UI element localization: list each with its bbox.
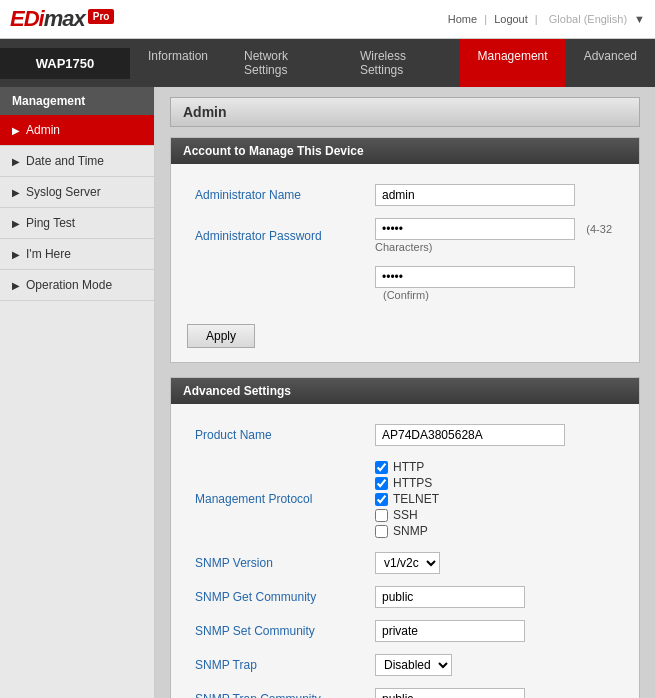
account-form-table: Administrator Name Administrator Passwor… [187,178,623,308]
mgmt-protocol-cell: HTTP HTTPS TELNET [367,452,623,546]
admin-confirm-input[interactable] [375,266,575,288]
advanced-card-header: Advanced Settings [171,378,639,404]
snmp-trap-row: SNMP Trap Disabled Enabled [187,648,623,682]
snmp-trap-select[interactable]: Disabled Enabled [375,654,452,676]
arrow-icon: ▶ [12,125,20,136]
account-apply-button[interactable]: Apply [187,324,255,348]
https-checkbox-row: HTTPS [375,476,615,490]
sidebar-item-ping[interactable]: ▶ Ping Test [0,208,154,239]
tab-advanced[interactable]: Advanced [566,39,655,87]
nav-bar: WAP1750 Information Network Settings Wir… [0,39,655,87]
snmp-checkbox-row: SNMP [375,524,615,538]
snmp-trap-community-row: SNMP Trap Community [187,682,623,698]
snmp-trap-community-label: SNMP Trap Community [187,682,367,698]
sidebar-label-operation-mode: Operation Mode [26,278,112,292]
sidebar-item-im-here[interactable]: ▶ I'm Here [0,239,154,270]
logout-link[interactable]: Logout [494,13,528,25]
http-label: HTTP [393,460,424,474]
sidebar-item-operation-mode[interactable]: ▶ Operation Mode [0,270,154,301]
logo-edi: EDi [10,6,44,32]
sidebar: Management ▶ Admin ▶ Date and Time ▶ Sys… [0,87,155,698]
mgmt-protocol-row: Management Protocol HTTP HTTPS [187,452,623,546]
content-area: Admin Account to Manage This Device Admi… [155,87,655,698]
sidebar-item-admin[interactable]: ▶ Admin [0,115,154,146]
tab-information[interactable]: Information [130,39,226,87]
arrow-icon: ▶ [12,218,20,229]
https-label: HTTPS [393,476,432,490]
page-title: Admin [170,97,640,127]
arrow-icon: ▶ [12,187,20,198]
sidebar-item-date-time[interactable]: ▶ Date and Time [0,146,154,177]
logo-max: max [44,6,85,32]
telnet-checkbox[interactable] [375,493,388,506]
brand-label: WAP1750 [0,48,130,79]
snmp-label: SNMP [393,524,428,538]
admin-password-input[interactable] [375,218,575,240]
main-layout: Management ▶ Admin ▶ Date and Time ▶ Sys… [0,87,655,698]
snmp-get-label: SNMP Get Community [187,580,367,614]
sidebar-label-ping: Ping Test [26,216,75,230]
advanced-card-body: Product Name Management Protocol HTTP [171,404,639,698]
arrow-icon: ▶ [12,249,20,260]
telnet-label: TELNET [393,492,439,506]
home-link[interactable]: Home [448,13,477,25]
ssh-checkbox-row: SSH [375,508,615,522]
snmp-get-cell [367,580,623,614]
admin-password-row: Administrator Password (4-32 Characters) [187,212,623,260]
admin-confirm-cell: (Confirm) [367,260,623,308]
admin-name-input[interactable] [375,184,575,206]
https-checkbox[interactable] [375,477,388,490]
account-card-body: Administrator Name Administrator Passwor… [171,164,639,362]
snmp-checkbox[interactable] [375,525,388,538]
arrow-icon: ▶ [12,280,20,291]
http-checkbox[interactable] [375,461,388,474]
snmp-set-row: SNMP Set Community [187,614,623,648]
admin-name-row: Administrator Name [187,178,623,212]
snmp-trap-community-input[interactable] [375,688,525,698]
admin-password-cell: (4-32 Characters) [367,212,623,260]
sidebar-label-admin: Admin [26,123,60,137]
nav-tabs: Information Network Settings Wireless Se… [130,39,655,87]
admin-name-cell [367,178,623,212]
sep2: | [535,13,538,25]
snmp-version-row: SNMP Version v1/v2c v3 [187,546,623,580]
language-selector[interactable]: Global (English) ▼ [545,13,645,25]
product-name-label: Product Name [187,418,367,452]
sidebar-item-syslog[interactable]: ▶ Syslog Server [0,177,154,208]
top-links: Home | Logout | Global (English) ▼ [448,13,645,25]
snmp-set-label: SNMP Set Community [187,614,367,648]
tab-network-settings[interactable]: Network Settings [226,39,342,87]
snmp-get-row: SNMP Get Community [187,580,623,614]
tab-management[interactable]: Management [460,39,566,87]
top-bar: EDimax Pro Home | Logout | Global (Engli… [0,0,655,39]
admin-password-label: Administrator Password [187,212,367,260]
snmp-version-select[interactable]: v1/v2c v3 [375,552,440,574]
tab-wireless-settings[interactable]: Wireless Settings [342,39,460,87]
ssh-checkbox[interactable] [375,509,388,522]
product-name-row: Product Name [187,418,623,452]
advanced-card: Advanced Settings Product Name Managemen… [170,377,640,698]
admin-confirm-empty [187,260,367,308]
snmp-get-input[interactable] [375,586,525,608]
snmp-version-label: SNMP Version [187,546,367,580]
ssh-label: SSH [393,508,418,522]
snmp-trap-cell: Disabled Enabled [367,648,623,682]
arrow-icon: ▶ [12,156,20,167]
account-card-header: Account to Manage This Device [171,138,639,164]
product-name-input[interactable] [375,424,565,446]
product-name-cell [367,418,623,452]
language-label: Global (English) [549,13,627,25]
sidebar-header: Management [0,87,154,115]
confirm-hint: (Confirm) [383,289,429,301]
http-checkbox-row: HTTP [375,460,615,474]
snmp-set-input[interactable] [375,620,525,642]
sidebar-label-date-time: Date and Time [26,154,104,168]
sidebar-label-syslog: Syslog Server [26,185,101,199]
admin-name-label: Administrator Name [187,178,367,212]
sep1: | [484,13,487,25]
account-apply-container: Apply [187,318,623,348]
snmp-trap-label: SNMP Trap [187,648,367,682]
snmp-version-cell: v1/v2c v3 [367,546,623,580]
advanced-form-table: Product Name Management Protocol HTTP [187,418,623,698]
logo: EDimax Pro [10,6,114,32]
